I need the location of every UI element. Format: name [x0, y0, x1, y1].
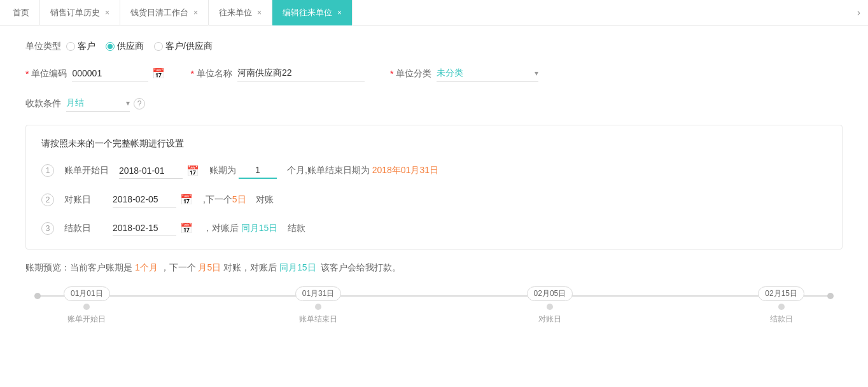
tab-cash-work-close[interactable]: × — [193, 8, 198, 17]
radio-customer-circle — [66, 42, 75, 51]
preview-months: 1个月 — [135, 262, 158, 272]
period-payment-day: 同月15日 — [241, 223, 278, 234]
timeline-badge-2: 01月31日 — [295, 286, 342, 301]
radio-customer-label: 客户 — [78, 41, 95, 52]
tab-sales-history-close[interactable]: × — [105, 8, 109, 17]
unit-code-group: * 单位编码 📅 — [25, 66, 165, 81]
radio-supplier-label: 供应商 — [117, 41, 144, 52]
unit-category-star: * — [390, 69, 393, 79]
unit-category-label: 单位分类 — [396, 68, 431, 80]
timeline-badge-1: 01月01日 — [64, 286, 110, 301]
timeline-dot-1 — [83, 304, 90, 310]
period-desc-2-prefix: ,下一个 — [200, 194, 232, 206]
preview-reconcile: 月5日 — [198, 262, 221, 272]
preview-suffix: 该客户会给我打款。 — [319, 262, 402, 272]
period-desc-1-prefix: 账期为 — [207, 165, 236, 176]
unit-name-star: * — [190, 69, 193, 79]
timeline-dot-2 — [315, 304, 321, 310]
preview-mid2: 对账，对账后 — [223, 262, 277, 272]
preview-section: 账期预览：当前客户账期是 1个月 ，下一个 月5日 对账，对账后 同月15日 该… — [25, 262, 843, 274]
payment-select[interactable]: 月结 ▾ — [66, 95, 130, 112]
timeline-label-3: 对账日 — [538, 314, 561, 325]
period-date-2[interactable] — [113, 192, 176, 208]
unit-info-row: * 单位编码 📅 * 单位名称 * 单位分类 未分类 ▾ — [25, 65, 843, 82]
period-num-2: 2 — [41, 194, 54, 206]
tab-partner-unit-close[interactable]: × — [257, 8, 262, 17]
radio-both-circle — [154, 42, 163, 51]
timeline-dot-3 — [547, 304, 553, 310]
preview-mid1: ，下一个 — [160, 262, 196, 272]
period-cal-2[interactable]: 📅 — [180, 194, 193, 206]
unit-type-radio-group: 客户 供应商 客户/供应商 — [66, 41, 213, 52]
unit-code-icon[interactable]: 📅 — [152, 67, 165, 80]
period-row-1: 1 账单开始日 📅 账期为 个月,账单结束日期为 2018年01月31日 — [41, 162, 827, 179]
timeline-point-2: 01月31日 账单结束日 — [295, 286, 342, 325]
timeline-badge-3: 02月05日 — [527, 286, 573, 301]
period-cal-1[interactable]: 📅 — [186, 165, 199, 177]
timeline-label-1: 账单开始日 — [67, 314, 106, 325]
tab-partner-unit-label: 往来单位 — [219, 7, 252, 18]
timeline-point-3: 02月05日 对账日 — [527, 286, 573, 325]
tab-cash-work-label: 钱货日清工作台 — [130, 7, 188, 18]
unit-name-input[interactable] — [237, 66, 365, 81]
unit-category-select[interactable]: 未分类 ▾ — [437, 65, 538, 82]
unit-code-input[interactable] — [72, 66, 148, 81]
radio-supplier[interactable]: 供应商 — [106, 41, 144, 52]
unit-code-label: 单位编码 — [31, 68, 67, 80]
tab-edit-partner[interactable]: 编辑往来单位 × — [272, 0, 353, 25]
timeline-label-2: 账单结束日 — [299, 314, 337, 325]
preview-prefix: 账期预览：当前客户账期是 — [25, 262, 132, 272]
timeline-badge-4: 02月15日 — [758, 286, 804, 301]
period-month-input[interactable] — [239, 162, 277, 179]
unit-name-label: 单位名称 — [197, 68, 232, 80]
period-desc-3-suffix: 结款 — [285, 223, 305, 234]
radio-customer[interactable]: 客户 — [66, 41, 95, 52]
preview-payment: 同月15日 — [279, 262, 316, 272]
payment-value: 月结 — [66, 97, 121, 109]
payment-label: 收款条件 — [25, 98, 61, 109]
period-field-2: 对账日 — [64, 194, 102, 206]
tab-edit-partner-label: 编辑往来单位 — [283, 7, 332, 18]
period-cal-3[interactable]: 📅 — [180, 222, 193, 234]
unit-type-row: 单位类型 客户 供应商 客户/供应商 — [25, 41, 843, 52]
unit-type-group: 单位类型 客户 供应商 客户/供应商 — [25, 41, 213, 52]
timeline-end-dot — [827, 293, 834, 299]
radio-both[interactable]: 客户/供应商 — [154, 41, 213, 52]
tab-cash-work[interactable]: 钱货日清工作台 × — [120, 0, 209, 25]
tab-sales-history-label: 销售订单历史 — [50, 7, 100, 18]
tab-more-arrow[interactable]: › — [850, 7, 868, 18]
period-row-3: 3 结款日 📅 ，对账后 同月15日 结款 — [41, 220, 827, 236]
period-num-1: 1 — [41, 164, 54, 177]
payment-group: 收款条件 月结 ▾ ? — [25, 95, 145, 112]
period-field-1: 账单开始日 — [64, 165, 109, 176]
payment-row: 收款条件 月结 ▾ ? — [25, 95, 843, 112]
period-box: 请按照未来的一个完整帐期进行设置 1 账单开始日 📅 账期为 个月,账单结束日期… — [25, 125, 843, 250]
payment-help-icon[interactable]: ? — [134, 98, 145, 109]
unit-category-group: * 单位分类 未分类 ▾ — [390, 65, 538, 82]
period-field-3: 结款日 — [64, 223, 102, 234]
radio-supplier-circle — [106, 42, 115, 51]
unit-name-group: * 单位名称 — [190, 66, 364, 81]
period-date-3[interactable] — [113, 220, 176, 236]
period-reconcile-day: 5日 — [232, 194, 246, 206]
unit-type-label: 单位类型 — [25, 41, 61, 52]
tab-edit-partner-close[interactable]: × — [337, 8, 342, 17]
period-title: 请按照未来的一个完整帐期进行设置 — [41, 138, 827, 150]
tabs-bar: 首页 销售订单历史 × 钱货日清工作台 × 往来单位 × 编辑往来单位 × › — [0, 0, 868, 25]
period-desc-3-prefix: ，对账后 — [200, 223, 241, 234]
timeline-label-4: 结款日 — [770, 314, 793, 325]
payment-arrow-icon: ▾ — [126, 99, 130, 108]
timeline-points-row: 01月01日 账单开始日 01月31日 账单结束日 02月05日 对账日 02月… — [38, 286, 830, 325]
period-desc-2-suffix: 对账 — [254, 194, 274, 206]
unit-category-arrow-icon: ▾ — [535, 69, 538, 78]
tab-home[interactable]: 首页 — [0, 0, 40, 25]
tab-home-label: 首页 — [13, 7, 29, 18]
unit-code-star: * — [25, 69, 29, 79]
period-desc-1-suffix: 个月,账单结束日期为 — [287, 165, 372, 176]
period-end-date: 2018年01月31日 — [372, 165, 438, 176]
period-date-1[interactable] — [119, 163, 183, 179]
timeline: 01月01日 账单开始日 01月31日 账单结束日 02月05日 对账日 02月… — [38, 286, 830, 331]
tab-partner-unit[interactable]: 往来单位 × — [209, 0, 272, 25]
period-row-2: 2 对账日 📅 ,下一个 5日 对账 — [41, 192, 827, 208]
tab-sales-history[interactable]: 销售订单历史 × — [40, 0, 120, 25]
